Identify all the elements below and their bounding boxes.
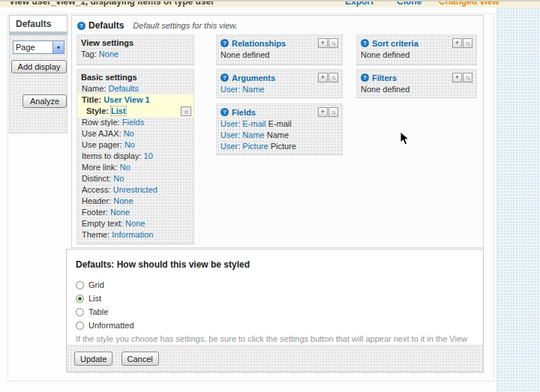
basic-settings-title: Basic settings (81, 73, 137, 82)
rearrange-icon[interactable]: ↑↓ (463, 38, 472, 48)
setting-row-morelink: More link: No (81, 162, 190, 173)
fields-title-link[interactable]: Fields (232, 108, 256, 117)
tab-defaults-label: Defaults (16, 19, 51, 29)
fields-box: ? Fields + ↑↓ User: E-mail E-mail User: … (216, 103, 343, 155)
setting-row-access: Access: Unrestricted (81, 184, 190, 196)
radio-grid-label[interactable]: Grid (88, 280, 104, 289)
add-icon[interactable]: + (318, 38, 328, 48)
setting-value-link[interactable]: List (111, 106, 126, 115)
field-label: Name (267, 130, 289, 139)
field-link[interactable]: User: E-mail (220, 119, 266, 128)
arguments-title-link[interactable]: Arguments (232, 73, 275, 82)
radio-list[interactable] (76, 295, 84, 303)
help-icon[interactable]: ? (361, 39, 369, 47)
sort-criteria-box: ? Sort criteria + ↑↓ None defined (356, 34, 477, 65)
setting-row-distinct: Distinct: No (81, 173, 190, 184)
field-link[interactable]: User: Name (220, 130, 265, 139)
sort-criteria-title-link[interactable]: Sort criteria (372, 39, 418, 48)
add-display-button[interactable]: Add display (11, 60, 67, 73)
setting-row-theme: Theme: Information (81, 229, 190, 241)
chevron-down-icon: ▼ (52, 41, 64, 53)
display-header: ? Defaults Default settings for this vie… (77, 20, 238, 31)
radio-unformatted-label[interactable]: Unformatted (88, 321, 134, 330)
export-link[interactable]: Export (345, 0, 374, 7)
field-item: User: Picture Picture (220, 141, 338, 152)
setting-row-rowstyle: Row style: Fields (81, 117, 190, 128)
display-header-description: Default settings for this view. (133, 21, 237, 30)
setting-value-link[interactable]: No (124, 129, 134, 138)
setting-value-link[interactable]: Fields (122, 118, 144, 127)
basic-settings-box: Basic settings Name: Defaults Title: Use… (76, 69, 194, 244)
radio-grid[interactable] (76, 281, 84, 289)
setting-value-link[interactable]: None (113, 196, 133, 205)
page-header-strip: View user_view_1, displaying items of ty… (0, 0, 540, 7)
relationships-title-link[interactable]: Relationships (232, 39, 286, 48)
add-icon[interactable]: + (452, 38, 462, 48)
setting-row-name: Name: Defaults (81, 83, 190, 94)
filters-empty: None defined (361, 84, 472, 95)
relationships-empty: None defined (220, 49, 338, 61)
setting-row-style: Style: List ☼ (77, 106, 194, 117)
style-option-unformatted[interactable]: Unformatted (76, 319, 134, 332)
style-form-heading: Defaults: How should this view be styled (76, 259, 250, 270)
add-icon[interactable]: + (452, 73, 462, 82)
changed-view-label: Changed view (439, 0, 500, 7)
tab-defaults[interactable]: Defaults (9, 15, 68, 31)
filters-title-link[interactable]: Filters (372, 73, 397, 82)
add-icon[interactable]: + (318, 73, 328, 82)
gear-icon[interactable]: ☼ (181, 106, 191, 116)
right-side-panel (496, 7, 540, 392)
field-link[interactable]: User: Picture (220, 142, 268, 151)
setting-value-link[interactable]: 10 (144, 151, 153, 160)
style-option-grid[interactable]: Grid (76, 278, 134, 292)
rearrange-icon[interactable]: ↑↓ (328, 38, 338, 48)
analyze-button[interactable]: Analyze (22, 94, 67, 108)
field-item: User: E-mail E-mail (220, 118, 338, 130)
field-label: Picture (271, 142, 296, 151)
setting-value-link[interactable]: Information (112, 230, 153, 239)
help-icon[interactable]: ? (220, 39, 229, 47)
style-option-list[interactable]: List (76, 292, 134, 305)
setting-value-link[interactable]: None (110, 208, 130, 217)
argument-item: User: Name (220, 84, 338, 95)
radio-table[interactable] (76, 308, 84, 316)
setting-value-link[interactable]: Unrestricted (113, 185, 158, 194)
display-header-title: Defaults (88, 20, 124, 31)
tag-value-link[interactable]: None (99, 49, 118, 58)
style-option-table[interactable]: Table (76, 305, 134, 319)
tag-label: Tag: (81, 49, 97, 58)
arguments-box: ? Arguments + ↑↓ User: Name (216, 69, 343, 98)
views-edit-screen: View user_view_1, displaying items of ty… (0, 0, 540, 392)
argument-link[interactable]: User: Name (220, 85, 265, 94)
setting-value-link[interactable]: User View 1 (104, 95, 150, 104)
setting-value-link[interactable]: Defaults (108, 84, 138, 93)
setting-value-link[interactable]: None (125, 219, 145, 228)
rearrange-icon[interactable]: ↑↓ (328, 73, 338, 82)
help-icon[interactable]: ? (220, 73, 229, 82)
help-icon[interactable]: ? (361, 73, 369, 82)
rearrange-icon[interactable]: ↑↓ (463, 73, 472, 82)
rearrange-icon[interactable]: ↑↓ (328, 107, 338, 117)
clone-link[interactable]: Clone (397, 0, 422, 7)
setting-row-footer: Footer: None (81, 207, 190, 218)
style-options: Grid List Table Unformatted (76, 278, 134, 332)
form-buttons-bar: Update Cancel (67, 345, 483, 372)
field-label: E-mail (268, 119, 292, 128)
setting-row-items: Items to display: 10 (81, 151, 190, 162)
setting-value-link[interactable]: No (113, 174, 124, 183)
setting-value-link[interactable]: No (124, 140, 135, 149)
help-icon[interactable]: ? (77, 22, 86, 30)
add-icon[interactable]: + (318, 107, 328, 117)
radio-unformatted[interactable] (76, 322, 84, 330)
cancel-button[interactable]: Cancel (122, 352, 159, 366)
display-type-select[interactable]: Page ▼ (13, 40, 64, 54)
setting-row-pager: Use pager: No (81, 139, 190, 151)
radio-table-label[interactable]: Table (88, 307, 108, 316)
radio-list-label[interactable]: List (88, 294, 101, 303)
view-settings-box: View settings Tag: None (76, 34, 194, 65)
setting-row-title: Title: User View 1 (77, 94, 194, 106)
setting-value-link[interactable]: No (120, 163, 130, 172)
help-icon[interactable]: ? (220, 108, 229, 116)
filters-box: ? Filters + ↑↓ None defined (356, 69, 477, 98)
update-button[interactable]: Update (74, 352, 112, 366)
